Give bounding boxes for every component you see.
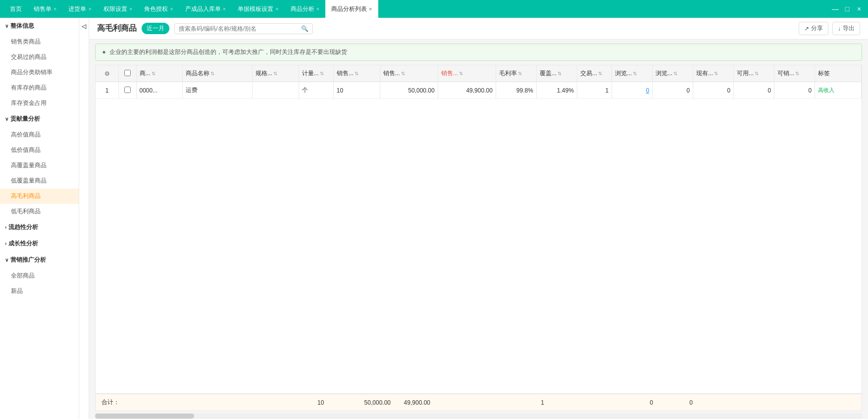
sidebar-group-marketing[interactable]: ∨ 营销推广分析 <box>0 252 79 268</box>
close-product-analysis[interactable]: × <box>316 6 319 12</box>
nav-permission-settings[interactable]: 权限设置 × <box>98 0 138 18</box>
nav-home[interactable]: 首页 <box>4 0 28 18</box>
footer-sales-qty: 10 <box>314 399 354 406</box>
col-header-unit[interactable]: 计量... ⇅ <box>299 65 333 82</box>
col-header-sell[interactable]: 可销... ⇅ <box>774 65 815 82</box>
horizontal-scrollbar[interactable] <box>95 413 862 419</box>
sidebar-item-low-value[interactable]: 低价值商品 <box>0 142 79 158</box>
collapse-arrow-trend: › <box>5 225 6 230</box>
col-header-margin[interactable]: 毛利率 ⇅ <box>496 65 536 82</box>
nav-role-auth[interactable]: 角色授权 × <box>138 0 179 18</box>
sidebar-item-category-rate[interactable]: 商品分类助销率 <box>0 65 79 80</box>
cell-sales-qty: 10 <box>333 82 380 99</box>
data-table-container: ⚙ 商... ⇅ 商品名称 <box>95 65 862 394</box>
sort-icon-name: ⇅ <box>210 71 214 76</box>
cell-name: 运费 <box>183 82 253 99</box>
sort-icon-browse2: ⇅ <box>673 71 677 76</box>
sidebar: ∨ 整体信息 销售类商品 交易过的商品 商品分类助销率 有库存的商品 库存资金占… <box>0 18 79 419</box>
nav-purchase-order[interactable]: 进货单 × <box>62 0 97 18</box>
nav-product-analysis-list[interactable]: 商品分析列表 × <box>325 0 378 18</box>
main-layout: ∨ 整体信息 销售类商品 交易过的商品 商品分类助销率 有库存的商品 库存资金占… <box>0 18 868 419</box>
table-row: 1 0000... 运费 个 10 50,000.00 49,900.00 99… <box>96 82 862 99</box>
col-header-spec[interactable]: 规格... ⇅ <box>252 65 299 82</box>
sidebar-item-high-margin[interactable]: 高毛利商品 <box>0 188 79 204</box>
col-header-browse1[interactable]: 浏览... ⇅ <box>612 65 653 82</box>
content-header: 高毛利商品 近一月 🔍 ↗ 分享 ↓ 导出 <box>89 18 868 40</box>
footer-spacer2 <box>433 399 508 406</box>
sort-icon-code: ⇅ <box>152 71 155 76</box>
scrollbar-thumb[interactable] <box>95 414 194 419</box>
sidebar-item-sales-products[interactable]: 销售类商品 <box>0 34 79 49</box>
export-button[interactable]: ↓ 导出 <box>832 22 860 35</box>
col-header-name[interactable]: 商品名称 ⇅ <box>183 65 253 82</box>
cell-sales-profit: 49,900.00 <box>438 82 496 99</box>
export-icon: ↓ <box>838 25 841 32</box>
close-role-auth[interactable]: × <box>170 6 173 12</box>
sidebar-group-trend[interactable]: › 流趋性分析 <box>0 219 79 235</box>
sort-icon-spec: ⇅ <box>273 71 277 76</box>
col-header-check[interactable] <box>119 65 136 82</box>
sidebar-group-growth[interactable]: › 成长性分析 <box>0 235 79 252</box>
close-product-stock[interactable]: × <box>223 6 226 12</box>
sidebar-item-low-coverage[interactable]: 低覆盖量商品 <box>0 173 79 188</box>
sort-icon-sell: ⇅ <box>795 71 799 76</box>
sidebar-item-in-stock[interactable]: 有库存的商品 <box>0 80 79 95</box>
sidebar-item-all-products[interactable]: 全部商品 <box>0 268 79 283</box>
cell-sales-amount: 50,000.00 <box>380 82 438 99</box>
cell-unit: 个 <box>299 82 333 99</box>
sidebar-item-traded-products[interactable]: 交易过的商品 <box>0 49 79 65</box>
collapse-arrow-overall: ∨ <box>5 23 8 29</box>
close-purchase-order[interactable]: × <box>88 6 91 12</box>
col-header-cover[interactable]: 覆盖... ⇅ <box>536 65 577 82</box>
close-template-settings[interactable]: × <box>275 6 278 12</box>
search-input[interactable] <box>179 25 301 32</box>
filter-recent-month-button[interactable]: 近一月 <box>142 23 169 34</box>
sidebar-item-new-products[interactable]: 新品 <box>0 283 79 299</box>
share-button[interactable]: ↗ 分享 <box>799 22 828 35</box>
close-permission-settings[interactable]: × <box>129 6 132 12</box>
footer-trade: 1 <box>508 399 547 406</box>
sidebar-group-overall[interactable]: ∨ 整体信息 <box>0 18 79 34</box>
col-header-browse2[interactable]: 浏览... ⇅ <box>653 65 693 82</box>
nav-product-stock[interactable]: 产成品入库单 × <box>179 0 232 18</box>
minimize-button[interactable]: — <box>830 4 840 14</box>
collapse-icon: ◁ <box>82 23 86 30</box>
close-product-analysis-list[interactable]: × <box>369 6 372 12</box>
table-header-row: ⚙ 商... ⇅ 商品名称 <box>96 65 862 82</box>
search-box: 🔍 <box>174 23 313 34</box>
select-all-checkbox[interactable] <box>124 70 131 76</box>
col-header-trade[interactable]: 交易... ⇅ <box>577 65 612 82</box>
sidebar-item-high-value[interactable]: 高价值商品 <box>0 127 79 142</box>
cell-check[interactable] <box>119 82 136 99</box>
maximize-button[interactable]: □ <box>842 4 852 14</box>
sidebar-group-contribution[interactable]: ∨ 贡献量分析 <box>0 111 79 127</box>
row-checkbox[interactable] <box>124 87 131 93</box>
sidebar-item-high-coverage[interactable]: 高覆盖量商品 <box>0 158 79 173</box>
col-header-avail[interactable]: 可用... ⇅ <box>734 65 774 82</box>
cell-tag: 高收入 <box>815 82 862 99</box>
sort-icon-stock: ⇅ <box>714 71 718 76</box>
col-header-sales-amount[interactable]: 销售... ⇅ <box>380 65 438 82</box>
nav-sales-order[interactable]: 销售单 × <box>28 0 62 18</box>
sidebar-item-stock-capital[interactable]: 库存资金占用 <box>0 95 79 111</box>
collapse-arrow-contribution: ∨ <box>5 116 8 122</box>
cell-browse1[interactable]: 0 <box>612 82 653 99</box>
settings-icon[interactable]: ⚙ <box>104 70 110 77</box>
table-footer: 合计： 10 50,000.00 49,900.00 1 0 0 <box>95 394 862 411</box>
top-navigation: 首页 销售单 × 进货单 × 权限设置 × 角色授权 × 产成品入库单 × 单据… <box>0 0 868 18</box>
content-area: 高毛利商品 近一月 🔍 ↗ 分享 ↓ 导出 ✦ 企业的主要的利润都是这部分商品创… <box>89 18 868 419</box>
info-banner: ✦ 企业的主要的利润都是这部分商品创造的，可考虑加大推广，同时关注库存是不要出现… <box>95 44 862 61</box>
col-header-sales-qty[interactable]: 销售... ⇅ <box>333 65 380 82</box>
close-button[interactable]: × <box>854 4 864 14</box>
col-header-sales-profit[interactable]: 销售... ⇅ <box>438 65 496 82</box>
search-icon[interactable]: 🔍 <box>301 25 308 32</box>
close-sales-order[interactable]: × <box>53 6 56 12</box>
cell-stock: 0 <box>693 82 734 99</box>
sidebar-collapse-button[interactable]: ◁ <box>79 18 89 419</box>
sidebar-item-low-margin[interactable]: 低毛利商品 <box>0 204 79 219</box>
col-header-stock[interactable]: 现有... ⇅ <box>693 65 734 82</box>
sort-icon-avail: ⇅ <box>755 71 759 76</box>
nav-template-settings[interactable]: 单据模板设置 × <box>232 0 284 18</box>
nav-product-analysis[interactable]: 商品分析 × <box>285 0 325 18</box>
col-header-code[interactable]: 商... ⇅ <box>136 65 183 82</box>
